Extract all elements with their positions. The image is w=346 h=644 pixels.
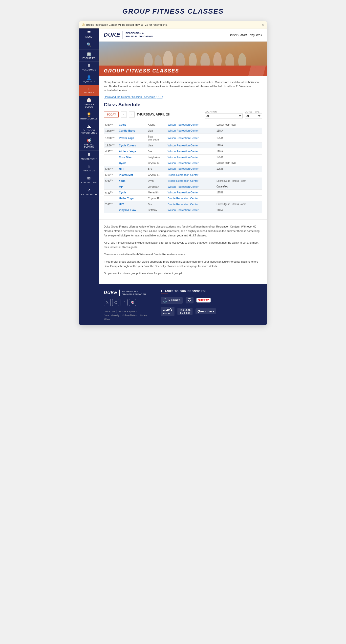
marines-emblem: ⚓ (163, 298, 168, 303)
twitter-icon[interactable]: 𝕏 (104, 299, 111, 306)
sidebar-item-intramurals[interactable]: 🏆 INTRAMURALS (79, 110, 99, 122)
class-link[interactable]: Power Yoga (119, 136, 134, 140)
sidebar-item-contact[interactable]: ✉ CONTACT US (79, 174, 99, 186)
download-link[interactable]: Download the Summer Session I schedule (… (104, 96, 163, 98)
location-link[interactable]: Brodie Recreation Center (168, 197, 198, 200)
class-link[interactable]: Hatha Yoga (119, 197, 134, 200)
class-link[interactable]: Cardio Barre (119, 129, 135, 132)
class-name-cell: Power Yoga (117, 134, 146, 142)
location-link[interactable]: Wilson Recreation Center (168, 156, 198, 159)
table-row: Vinyasa FlowBrittanyWilson Recreation Ce… (104, 207, 262, 213)
location-link[interactable]: Wilson Recreation Center (168, 150, 198, 153)
location-cell: Wilson Recreation Center (166, 154, 215, 160)
location-link[interactable]: Wilson Recreation Center (168, 185, 198, 188)
sidebar-label-contact: CONTACT US (81, 181, 97, 184)
snapchat-icon[interactable]: 👻 (129, 299, 136, 306)
membership-icon: 🖥 (87, 152, 91, 157)
contact-us-link[interactable]: Contact Us (104, 310, 115, 312)
time-cell: 6:00AM (104, 122, 117, 128)
outdoor-icon: ⛰ (87, 124, 91, 128)
table-row: Core BlastLeigh AnnWilson Recreation Cen… (104, 154, 262, 160)
class-link[interactable]: Cycle (119, 123, 126, 126)
intramurals-icon: 🏆 (86, 112, 92, 117)
footer-sponsors: THANKS TO OUR SPONSORS: ⚓ MARINES 🛡 SHEE… (161, 290, 262, 322)
next-day-button[interactable]: › (129, 112, 135, 118)
facebook-icon[interactable]: f (121, 299, 127, 306)
class-link[interactable]: HIIT (119, 203, 124, 206)
fitness-icon: T (88, 87, 90, 91)
location-link[interactable]: Wilson Recreation Center (168, 136, 198, 140)
class-link[interactable]: Pilates Mat (119, 173, 133, 176)
class-link[interactable]: Core Blast (119, 156, 132, 159)
time-cell: 5:15PM (104, 172, 117, 178)
sidebar-item-facilities[interactable]: 🏢 FACILITIES (79, 50, 99, 62)
instructor-cell: Sean-Sub: David (146, 134, 166, 142)
class-type-filter-group: CLASS TYPE All Cardio Strength Yoga Cycl… (245, 110, 262, 118)
time-cell (104, 207, 117, 213)
location-link[interactable]: Wilson Recreation Center (168, 208, 198, 212)
location-cell: Wilson Recreation Center (166, 190, 215, 196)
intro-paragraph: Group fitness classes include cardio, st… (104, 80, 262, 92)
location-filter-group: LOCATION All Wilson Recreation Center Br… (205, 110, 243, 118)
instructor-cell: Lynn (146, 178, 166, 184)
sidebar-item-fitness[interactable]: T FITNESS (79, 85, 99, 96)
sidebar-label-outdoor: OUTDOOR ADVENTURES (80, 129, 98, 134)
room-cell: 125/B (215, 134, 262, 142)
time-cell: 12:00PM (104, 134, 117, 142)
notification-close-button[interactable]: × (262, 23, 264, 27)
class-link[interactable]: Cycle (119, 162, 126, 164)
location-link[interactable]: Brodie Recreation Center (168, 179, 198, 182)
sidebar-label-academics: ACADEMICS (82, 68, 96, 71)
sidebar-item-menu[interactable]: ☰ MENU (79, 28, 99, 40)
time-cell: 4:30PM (104, 148, 117, 154)
table-row: 5:00PMHIITBreWilson Recreation Center125… (104, 166, 262, 172)
today-button[interactable]: TODAY (104, 112, 119, 118)
location-link[interactable]: Wilson Recreation Center (168, 144, 198, 147)
location-link[interactable]: Wilson Recreation Center (168, 123, 198, 126)
location-filter-select[interactable]: All Wilson Recreation Center Brodie Recr… (205, 114, 243, 118)
prev-day-button[interactable]: ‹ (121, 112, 127, 118)
sidebar-item-social[interactable]: ↗ SOCIAL MEDIA (79, 186, 99, 198)
time-cell (104, 154, 117, 160)
sidebar-item-about[interactable]: ℹ ABOUT US (79, 162, 99, 174)
main-content: DUKE RECREATION & PHYSICAL EDUCATION Wor… (99, 28, 267, 325)
sidebar-item-search[interactable]: 🔍 (79, 40, 99, 50)
class-link[interactable]: MP (119, 185, 123, 188)
class-link[interactable]: Yoga (119, 179, 125, 182)
academics-icon: 🖥 (87, 64, 91, 68)
class-link[interactable]: Vinyasa Flow (119, 208, 136, 212)
class-type-filter-select[interactable]: All Cardio Strength Yoga Cycle (245, 114, 262, 118)
location-link[interactable]: Wilson Recreation Center (168, 129, 198, 132)
sidebar-item-special-events[interactable]: 📢 SPECIAL EVENTS (79, 136, 99, 150)
class-name-cell: Yoga (117, 178, 146, 184)
sidebar-item-aquatics[interactable]: 👤 AQUATICS (79, 73, 99, 85)
class-name-cell: Hatha Yoga (117, 196, 146, 201)
sidebar-item-sports-clubs[interactable]: ⚾ SPORTS CLUBS (79, 96, 99, 110)
notification-text: Brodie Recreation Center will be closed … (86, 23, 168, 26)
location-link[interactable]: Brodie Recreation Center (168, 203, 198, 206)
location-link[interactable]: Wilson Recreation Center (168, 167, 198, 170)
class-link[interactable]: Cycle (119, 191, 126, 194)
location-link[interactable]: Wilson Recreation Center (168, 191, 198, 194)
duke-university-link[interactable]: Duke University (104, 314, 119, 316)
facilities-icon: 🏢 (86, 52, 92, 56)
become-sponsor-link[interactable]: Become a Sponsor (118, 310, 137, 312)
class-link[interactable]: Athletic Yoga (119, 150, 136, 153)
sidebar-label-aquatics: AQUATICS (83, 80, 95, 83)
hero-section: GROUP FITNESS CLASSES (99, 42, 267, 76)
hero-banner: GROUP FITNESS CLASSES (99, 66, 267, 76)
room-cell: 125/B (215, 154, 262, 160)
instagram-icon[interactable]: ◯ (112, 299, 119, 306)
about-icon: ℹ (88, 164, 90, 169)
location-link[interactable]: Brodie Recreation Center (168, 173, 198, 176)
sidebar-item-membership[interactable]: 🖥 MEMBERSHIP (79, 150, 99, 162)
sidebar-item-outdoor[interactable]: ⛰ OUTDOOR ADVENTURES (79, 122, 99, 136)
class-link[interactable]: Cycle Xpress (119, 144, 136, 147)
duke-athletics-link[interactable]: Duke Athletics (122, 314, 136, 316)
location-link[interactable]: Wilson Recreation Center (168, 162, 198, 164)
location-cell: Wilson Recreation Center (166, 148, 215, 154)
sidebar-item-academics[interactable]: 🖥 ACADEMICS (79, 62, 99, 73)
class-link[interactable]: HIIT (119, 167, 124, 170)
footer-social-icons: 𝕏 ◯ f 👻 (104, 299, 153, 306)
table-row: 6:00AMCycleAlishaWilson Recreation Cente… (104, 122, 262, 128)
